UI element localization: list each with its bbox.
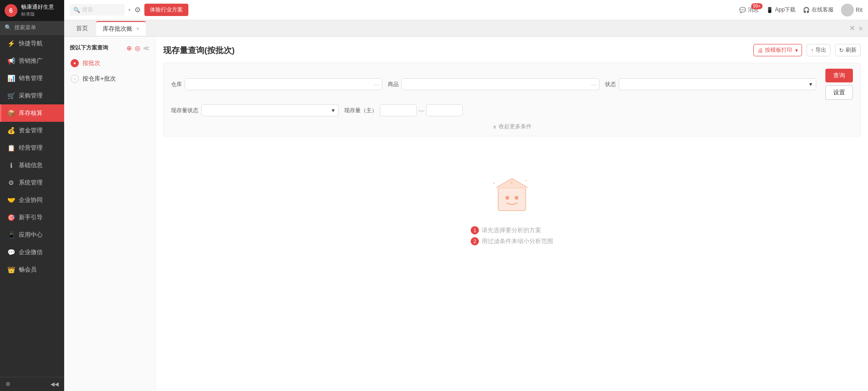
sidebar-footer: ⚙ ◀◀ (0, 377, 64, 391)
sidebar-item-marketing[interactable]: 📢 营销推广 (0, 52, 64, 70)
collapse-left-panel-btn[interactable]: ≪ (143, 44, 150, 52)
export-btn[interactable]: ↑ 导出 (807, 44, 830, 56)
topbar-search-box[interactable]: 🔍 搜索 (70, 4, 125, 16)
query-btn[interactable]: 查询 (825, 69, 853, 82)
online-service-icon: 🎧 (803, 7, 810, 13)
sidebar-item-app-center[interactable]: 📱 应用中心 (0, 226, 64, 244)
product-input[interactable] (402, 79, 588, 90)
sidebar-item-wechat[interactable]: 💬 企业微信 (0, 244, 64, 261)
empty-hint-1: 1 请先选择要分析的方案 (471, 226, 553, 234)
stock-status-select[interactable]: ▾ (201, 104, 339, 116)
empty-svg: ✦ ✦ ✦ (489, 172, 535, 213)
by-warehouse-batch-icon: ○ (71, 75, 79, 83)
product-label: 商品 (388, 81, 399, 88)
refresh-btn[interactable]: ↻ 刷新 (835, 44, 861, 56)
print-icon: 🖨 (758, 47, 763, 54)
print-btn[interactable]: 🖨 按模板打印 ▾ (753, 44, 802, 56)
sidebar-item-basic-info[interactable]: ℹ 基础信息 (0, 157, 64, 174)
sidebar-search[interactable]: 🔍 搜索菜单 (0, 21, 64, 35)
empty-state: ✦ ✦ ✦ 1 请先选择要分析的方案 (163, 142, 861, 276)
add-scheme-btn[interactable]: ⊕ (126, 44, 132, 52)
experience-btn[interactable]: 体验行业方案 (144, 4, 188, 16)
messages-icon: 💬 (739, 7, 746, 13)
filter-product: 商品 ··· (388, 78, 599, 90)
messages-btn[interactable]: 💬 消息 99+ (739, 6, 759, 14)
warehouse-input[interactable] (185, 79, 371, 90)
topbar-right: 💬 消息 99+ 📱 App下载 🎧 在线客服 Rit (739, 4, 863, 16)
app-logo: 6 (5, 4, 17, 17)
sidebar-item-operations[interactable]: 📋 经营管理 (0, 139, 64, 157)
svg-text:✦: ✦ (510, 180, 513, 185)
filter-row-2: 现存量状态 ▾ 现存量（主） — (171, 104, 853, 116)
stock-qty-to[interactable] (426, 104, 463, 116)
user-profile-btn[interactable]: Rit (841, 4, 863, 16)
export-icon: ↑ (811, 47, 813, 54)
purchase-icon: 🛒 (7, 92, 15, 100)
warehouse-input-wrapper: ··· (185, 78, 382, 90)
panel-item-by-warehouse-batch[interactable]: ○ 按仓库+批次 (64, 71, 155, 87)
online-service-btn[interactable]: 🎧 在线客服 (803, 6, 834, 14)
empty-hint-2: 2 用过滤条件来缩小分析范围 (471, 237, 553, 245)
app-version: 标准版 (21, 11, 54, 17)
empty-illustration: ✦ ✦ ✦ (484, 169, 539, 215)
sidebar-item-members[interactable]: 👑 畅会员 (0, 261, 64, 278)
app-center-icon: 📱 (7, 231, 15, 239)
scheme-settings-btn[interactable]: ◎ (135, 44, 140, 52)
filter-row-1: 仓库 ··· 商品 ··· 状态 (171, 69, 853, 100)
members-icon: 👑 (7, 266, 15, 274)
topbar-gear-icon[interactable]: ⚙ (134, 5, 141, 14)
right-content: 现存量查询(按批次) 🖨 按模板打印 ▾ ↑ 导出 ↻ 刷新 (156, 37, 868, 391)
warehouse-more-icon[interactable]: ··· (371, 81, 382, 88)
close-panel-btn2[interactable]: ≡ (859, 25, 863, 32)
svg-text:✦: ✦ (493, 181, 496, 185)
by-batch-icon: ● (71, 59, 79, 67)
page-content: 按以下方案查询 ⊕ ◎ ≪ ● 按批次 ○ 按仓库+批次 现存量查询(按批次) (64, 37, 868, 391)
operations-icon: 📋 (7, 144, 15, 152)
marketing-icon: 📢 (7, 57, 15, 65)
tab-inventory-batch[interactable]: 库存批次账 × (96, 21, 146, 36)
sidebar-item-enterprise[interactable]: 🤝 企业协同 (0, 191, 64, 209)
stock-qty-range: — (380, 104, 463, 116)
close-panel-btn[interactable]: ✕ (849, 24, 855, 33)
product-more-icon[interactable]: ··· (588, 81, 599, 88)
filter-warehouse: 仓库 ··· (171, 78, 382, 90)
sidebar-nav: ⚡ 快捷导航 📢 营销推广 📊 销售管理 🛒 采购管理 📦 库存核算 💰 资金管… (0, 35, 64, 377)
left-panel-title: 按以下方案查询 (70, 44, 108, 52)
status-label: 状态 (605, 81, 616, 88)
enterprise-icon: 🤝 (7, 196, 15, 204)
sidebar-item-finance[interactable]: 💰 资金管理 (0, 122, 64, 139)
sidebar-item-quick-nav[interactable]: ⚡ 快捷导航 (0, 35, 64, 52)
sidebar-item-purchase[interactable]: 🛒 采购管理 (0, 87, 64, 104)
settings-btn[interactable]: 设置 (825, 85, 853, 100)
wechat-icon: 💬 (7, 248, 15, 256)
refresh-icon: ↻ (839, 47, 844, 54)
print-dropdown-arrow: ▾ (795, 47, 798, 54)
topbar-dropdown-arrow[interactable]: ▾ (128, 7, 131, 12)
inventory-icon: 📦 (7, 109, 15, 117)
app-download-btn[interactable]: 📱 App下载 (766, 6, 796, 14)
topbar-search-icon: 🔍 (73, 7, 80, 13)
filter-stock-qty: 现存量（主） — (344, 104, 512, 116)
sidebar-item-sales[interactable]: 📊 销售管理 (0, 70, 64, 87)
sidebar-item-newbie[interactable]: 🎯 新手引导 (0, 209, 64, 226)
panel-item-by-batch[interactable]: ● 按批次 (64, 55, 155, 71)
status-select[interactable]: ▾ (619, 78, 816, 90)
finance-icon: 💰 (7, 126, 15, 135)
sidebar: 6 畅康通好生意 标准版 🔍 搜索菜单 ⚡ 快捷导航 📢 营销推广 📊 销售管理… (0, 0, 64, 391)
sidebar-item-system[interactable]: ⚙ 系统管理 (0, 174, 64, 191)
stock-qty-from[interactable] (380, 104, 417, 116)
page-title-row: 现存量查询(按批次) 🖨 按模板打印 ▾ ↑ 导出 ↻ 刷新 (163, 44, 861, 56)
quick-nav-icon: ⚡ (7, 39, 15, 48)
topbar: 🔍 搜索 ▾ ⚙ 体验行业方案 💬 消息 99+ 📱 App下载 🎧 在线客服 … (64, 0, 868, 20)
left-panel: 按以下方案查询 ⊕ ◎ ≪ ● 按批次 ○ 按仓库+批次 (64, 37, 156, 391)
settings-footer-btn[interactable]: ⚙ (5, 381, 11, 387)
collapse-filter-btn[interactable]: ∧ 收起更多条件 (171, 121, 853, 132)
tab-close-btn[interactable]: × (136, 26, 139, 32)
hint-2-text: 用过滤条件来缩小分析范围 (482, 237, 553, 245)
avatar (841, 4, 854, 16)
stock-status-label: 现存量状态 (171, 107, 198, 114)
tab-home[interactable]: 首页 (70, 22, 94, 35)
system-icon: ⚙ (7, 179, 15, 187)
sidebar-item-inventory[interactable]: 📦 库存核算 (0, 104, 64, 122)
collapse-sidebar-btn[interactable]: ◀◀ (50, 381, 59, 387)
